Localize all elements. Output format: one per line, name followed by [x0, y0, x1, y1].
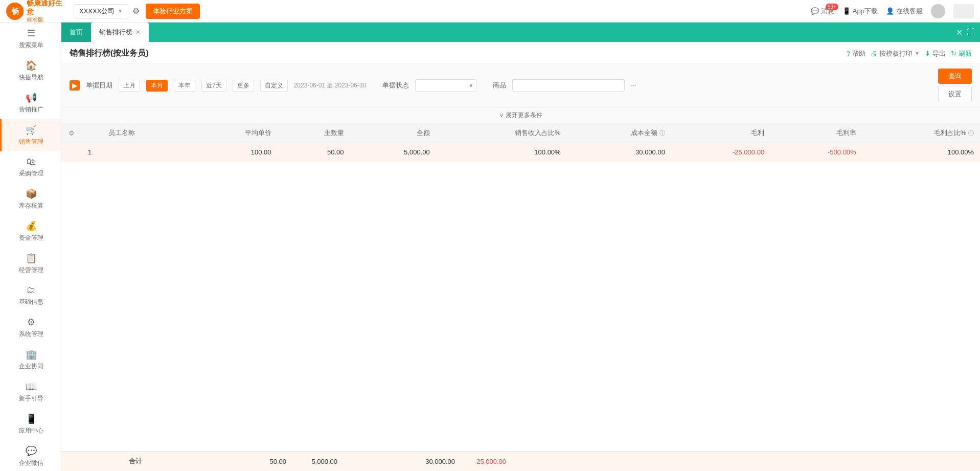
template-print-label: 按模板打印 — [879, 49, 913, 58]
tab-sales-ranking-label: 销售排行榜 — [99, 28, 132, 37]
content-area: 首页 销售排行榜 ✕ ✕ ⛶ 销售排行榜(按业务员) — [61, 23, 980, 471]
basic-info-icon: 🗂 — [27, 285, 36, 296]
top-bar-right: 💬 消息 99+ 📱 App下载 👤 在线客服 — [811, 4, 974, 18]
sidebar-item-app-center[interactable]: 📱 应用中心 — [0, 408, 61, 440]
date-last-month-button[interactable]: 上月 — [119, 80, 140, 92]
top-bar: 畅 畅康通好生意 标准版 XXXXX公司 ▼ ⚙ 体验行业方案 💬 消息 99+… — [0, 0, 980, 23]
footer-label: 合计 — [129, 457, 190, 466]
cell-gross-ratio: 100.00% — [862, 143, 980, 162]
sidebar-item-sales[interactable]: 🛒 销售管理 — [0, 119, 61, 151]
sidebar-item-wechat[interactable]: 💬 企业微信 — [0, 440, 61, 471]
purchase-icon: 🛍 — [27, 156, 36, 167]
message-icon: 💬 — [811, 7, 819, 15]
export-button[interactable]: ⬇ 导出 — [925, 49, 946, 58]
date-last-7-days-button[interactable]: 近7天 — [201, 80, 226, 92]
help-label: 帮助 — [852, 49, 865, 58]
company-name: XXXXX公司 — [79, 7, 115, 16]
operations-icon: 📋 — [26, 253, 37, 264]
tab-home-label: 首页 — [70, 28, 83, 37]
gross-ratio-info-icon[interactable]: ⓘ — [968, 130, 974, 136]
finance-icon: 💰 — [26, 220, 37, 232]
sidebar-item-system[interactable]: ⚙ 系统管理 — [0, 311, 61, 344]
sidebar-item-marketing[interactable]: 📢 营销推广 — [0, 87, 61, 119]
sidebar-item-search-order[interactable]: ☰ 搜索菜单 — [0, 23, 61, 55]
guide-icon: 📖 — [26, 381, 37, 392]
col-cost-total-header: 成本全额 ⓘ — [567, 123, 671, 143]
expand-window-icon[interactable]: ⛶ — [967, 28, 975, 37]
help-button[interactable]: ? 帮助 — [847, 49, 865, 58]
sidebar-item-label: 库存核算 — [19, 201, 43, 210]
sidebar-item-basic-info[interactable]: 🗂 基础信息 — [0, 280, 61, 311]
settings-button[interactable]: 设置 — [938, 86, 972, 102]
col-settings: ⚙ — [61, 123, 82, 143]
date-this-year-button[interactable]: 本年 — [174, 80, 195, 92]
refresh-label: 刷新 — [959, 49, 972, 58]
sidebar-item-quick-nav[interactable]: 🏠 快捷导航 — [0, 55, 61, 87]
template-print-button[interactable]: 🖨 按模板打印 ▼ — [871, 49, 920, 58]
company-selector[interactable]: XXXXX公司 ▼ — [74, 4, 128, 18]
sidebar-item-finance[interactable]: 💰 资金管理 — [0, 215, 61, 248]
date-custom-button[interactable]: 自定义 — [260, 80, 288, 92]
help-icon: ? — [847, 50, 850, 57]
sidebar-item-label: 经营管理 — [19, 266, 43, 275]
page-content: 销售排行榜(按业务员) ? 帮助 🖨 按模板打印 ▼ ⬇ — [61, 42, 980, 471]
date-this-month-button[interactable]: 本月 — [146, 80, 168, 92]
close-window-icon[interactable]: ✕ — [956, 28, 963, 37]
sidebar-item-label: 搜索菜单 — [19, 41, 43, 50]
col-avg-price-header: 平均单价 — [190, 123, 277, 143]
cell-gross-rate: -500.00% — [770, 143, 862, 162]
table-settings-icon[interactable]: ⚙ — [69, 129, 75, 137]
print-icon: 🖨 — [871, 50, 877, 57]
sidebar-item-guide[interactable]: 📖 新手引导 — [0, 376, 61, 408]
user-name-area[interactable] — [953, 4, 974, 18]
status-select[interactable] — [415, 79, 476, 92]
sidebar-item-inventory[interactable]: 📦 库存核算 — [0, 183, 61, 215]
cost-total-info-icon[interactable]: ⓘ — [659, 130, 665, 136]
company-settings-icon[interactable]: ⚙ — [132, 6, 140, 16]
tab-home[interactable]: 首页 — [61, 23, 91, 42]
wechat-icon: 💬 — [26, 445, 37, 457]
data-table: ⚙ 员工名称 平均单价 主数量 全额 销售收入占比% 成本全额 ⓘ — [61, 123, 980, 162]
service-icon: 👤 — [886, 7, 894, 15]
online-service-button[interactable]: 👤 在线客服 — [886, 7, 923, 16]
chevron-down-icon: ▼ — [118, 8, 123, 14]
expand-conditions-bar[interactable]: ∨ 展开更多条件 — [61, 108, 980, 123]
sidebar: ☰ 搜索菜单 🏠 快捷导航 📢 营销推广 🛒 销售管理 🛍 采购管理 📦 — [0, 23, 61, 471]
trial-button[interactable]: 体验行业方案 — [146, 4, 200, 19]
export-label: 导出 — [932, 49, 946, 58]
print-chevron-icon: ▼ — [915, 51, 920, 56]
table-header-row: ⚙ 员工名称 平均单价 主数量 全额 销售收入占比% 成本全额 ⓘ — [61, 123, 980, 143]
cell-gross: -25,000.00 — [671, 143, 770, 162]
page-header: 销售排行榜(按业务员) ? 帮助 🖨 按模板打印 ▼ ⬇ — [61, 42, 980, 63]
goods-input[interactable] — [512, 79, 625, 92]
tab-close-icon[interactable]: ✕ — [135, 29, 141, 36]
sidebar-item-label: 销售管理 — [19, 138, 43, 146]
col-gross-header: 毛利 — [671, 123, 770, 143]
sidebar-item-purchase[interactable]: 🛍 采购管理 — [0, 151, 61, 183]
sidebar-item-operations[interactable]: 📋 经营管理 — [0, 248, 61, 280]
app-download-label: App下载 — [853, 7, 878, 16]
app-download-button[interactable]: 📱 App下载 — [842, 7, 878, 16]
filter-toggle-button[interactable]: ▶ — [70, 80, 80, 91]
filter-more-button[interactable]: ··· — [631, 82, 636, 89]
tab-sales-ranking[interactable]: 销售排行榜 ✕ — [91, 23, 149, 42]
user-avatar[interactable] — [931, 4, 945, 18]
logo-main-text: 畅康通好生意 — [27, 0, 67, 16]
logo-icon: 畅 — [6, 2, 24, 20]
refresh-button[interactable]: ↻ 刷新 — [951, 49, 972, 58]
sidebar-item-enterprise[interactable]: 🏢 企业协同 — [0, 344, 61, 376]
sidebar-item-label: 企业微信 — [19, 459, 43, 467]
filter-row-1: ▶ 单据日期 上月 本月 本年 近7天 更多 自定义 2023-06-01 至 … — [70, 69, 972, 102]
app-icon: 📱 — [842, 7, 851, 15]
cell-name — [102, 143, 190, 162]
svg-text:畅: 畅 — [11, 6, 19, 15]
messages-button[interactable]: 💬 消息 99+ — [811, 7, 834, 16]
query-button[interactable]: 查询 — [938, 69, 972, 84]
filter-bar: ▶ 单据日期 上月 本月 本年 近7天 更多 自定义 2023-06-01 至 … — [61, 63, 980, 108]
sidebar-item-label: 应用中心 — [19, 427, 43, 435]
cell-rank: 1 — [82, 143, 102, 162]
cell-total: 5,000.00 — [350, 143, 436, 162]
status-select-wrapper — [415, 79, 476, 92]
footer-main-qty: 50.00 — [241, 458, 292, 465]
date-more-button[interactable]: 更多 — [233, 80, 254, 92]
